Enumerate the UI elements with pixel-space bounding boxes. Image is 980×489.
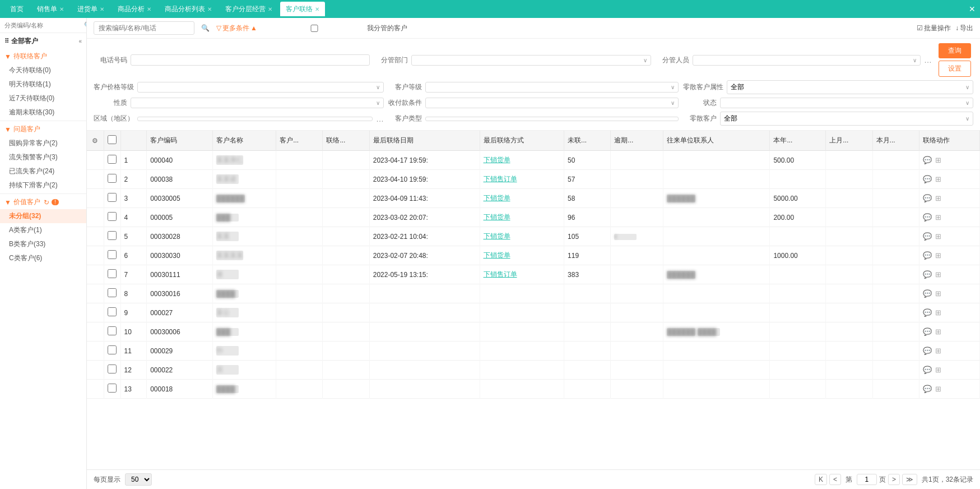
retail-attr-select[interactable]: 全部 ∨: [727, 80, 973, 94]
grid-action-icon[interactable]: ⊞: [935, 194, 941, 202]
row-last-contact-method[interactable]: [480, 361, 564, 380]
grid-action-icon[interactable]: ⊞: [935, 366, 941, 374]
row-checkbox[interactable]: [104, 303, 120, 322]
row-checkbox[interactable]: [104, 361, 120, 380]
row-checkbox[interactable]: [104, 380, 120, 399]
chat-icon[interactable]: 💬: [923, 156, 932, 164]
th-this-month[interactable]: 本月...: [872, 131, 919, 151]
person-more-button[interactable]: …: [924, 56, 932, 64]
chat-icon[interactable]: 💬: [923, 347, 932, 355]
row-select-checkbox[interactable]: [108, 269, 117, 278]
row-checkbox[interactable]: [104, 151, 120, 170]
chat-icon[interactable]: 💬: [923, 213, 932, 222]
department-select[interactable]: ∨: [411, 55, 651, 66]
customer-type-select[interactable]: [425, 117, 679, 121]
more-conditions-button[interactable]: ▽ 更多条件 ▲: [216, 24, 257, 33]
grid-action-icon[interactable]: ⊞: [935, 156, 941, 164]
grid-action-icon[interactable]: ⊞: [935, 289, 941, 298]
sidebar-item-churn-warning[interactable]: 流失预警客户(3): [0, 150, 86, 164]
row-last-contact-method[interactable]: [480, 342, 564, 361]
chat-icon[interactable]: 💬: [923, 289, 932, 298]
chat-icon[interactable]: 💬: [923, 194, 932, 202]
select-all-checkbox[interactable]: [108, 135, 117, 144]
th-this-year[interactable]: 本年...: [770, 131, 826, 151]
contact-method-link[interactable]: 下销货单: [484, 156, 510, 164]
row-last-contact-method[interactable]: [480, 284, 564, 303]
row-last-contact-method[interactable]: [480, 303, 564, 322]
sidebar-item-today-pending[interactable]: 今天待联络(0): [0, 63, 86, 77]
row-select-checkbox[interactable]: [108, 384, 117, 393]
th-last-month[interactable]: 上月...: [826, 131, 872, 151]
row-select-checkbox[interactable]: [108, 288, 117, 297]
row-select-checkbox[interactable]: [108, 155, 117, 164]
first-page-button[interactable]: K: [815, 474, 827, 485]
batch-operation-button[interactable]: ☑ 批量操作: [917, 24, 951, 33]
contact-method-link[interactable]: 下销售订单: [484, 270, 517, 278]
th-last-contact-method[interactable]: 最后联络方式: [480, 131, 564, 151]
th-last-contact-date[interactable]: 最后联络日期: [369, 131, 480, 151]
sidebar-item-declining[interactable]: 持续下滑客户(2): [0, 178, 86, 192]
grid-action-icon[interactable]: ⊞: [935, 232, 941, 241]
contact-method-link[interactable]: 下销售订单: [484, 175, 517, 183]
tab-purchase-order-close[interactable]: ✕: [100, 6, 104, 12]
problem-group[interactable]: ▼ 问题客户: [0, 122, 86, 136]
row-last-contact-method[interactable]: 下销货单: [480, 208, 564, 227]
tab-product-analysis-close[interactable]: ✕: [147, 6, 151, 12]
sidebar-search-input[interactable]: [4, 22, 82, 29]
price-level-select[interactable]: ∨: [137, 82, 384, 93]
next-page-button[interactable]: >: [888, 474, 900, 485]
grid-action-icon[interactable]: ⊞: [935, 327, 941, 336]
search-input[interactable]: [94, 21, 194, 35]
tab-home[interactable]: 首页: [4, 2, 29, 16]
contact-method-link[interactable]: 下销货单: [484, 232, 510, 240]
row-checkbox[interactable]: [104, 208, 120, 227]
person-select[interactable]: ∨: [693, 55, 921, 66]
row-last-contact-method[interactable]: 下销货单: [480, 151, 564, 170]
row-last-contact-method[interactable]: 下销货单: [480, 189, 564, 208]
row-last-contact-method[interactable]: [480, 322, 564, 342]
page-size-select[interactable]: 50: [125, 473, 152, 486]
sidebar-item-stockpile-abnormal[interactable]: 囤购异常客户(2): [0, 136, 86, 150]
retail-customer-select[interactable]: 全部 ∨: [720, 112, 973, 126]
grid-action-icon[interactable]: ⊞: [935, 213, 941, 222]
row-last-contact-method[interactable]: [480, 380, 564, 399]
collapse-icon[interactable]: «: [78, 38, 82, 44]
tab-product-analysis[interactable]: 商品分析 ✕: [112, 2, 157, 16]
row-select-checkbox[interactable]: [108, 174, 117, 183]
tab-customer-tier-close[interactable]: ✕: [268, 6, 272, 12]
region-more-button[interactable]: …: [376, 114, 384, 123]
grid-action-icon[interactable]: ⊞: [935, 270, 941, 279]
row-select-checkbox[interactable]: [108, 212, 117, 221]
customer-level-select[interactable]: ∨: [425, 82, 679, 93]
grid-action-icon[interactable]: ⊞: [935, 385, 941, 393]
row-checkbox[interactable]: [104, 246, 120, 265]
tab-customer-tier[interactable]: 客户分层经营 ✕: [220, 2, 278, 16]
th-overdue[interactable]: 逾期...: [611, 131, 663, 151]
region-select[interactable]: [137, 117, 373, 121]
my-customers-checkbox[interactable]: 我分管的客户: [264, 24, 407, 33]
row-last-contact-method[interactable]: 下销货单: [480, 227, 564, 246]
chat-icon[interactable]: 💬: [923, 270, 932, 279]
payment-select[interactable]: ∨: [425, 98, 679, 108]
th-code[interactable]: 客户编码: [147, 131, 213, 151]
pending-group[interactable]: ▼ 待联络客户: [0, 49, 86, 63]
tab-customer-contact[interactable]: 客户联络 ✕: [280, 2, 325, 16]
th-gear[interactable]: ⚙: [87, 131, 104, 151]
row-last-contact-method[interactable]: 下销售订单: [480, 265, 564, 284]
row-select-checkbox[interactable]: [108, 345, 117, 354]
grid-action-icon[interactable]: ⊞: [935, 251, 941, 260]
query-button[interactable]: 查询: [939, 43, 971, 58]
my-customers-check[interactable]: [264, 25, 365, 32]
sidebar-item-overdue-pending[interactable]: 逾期未联络(30): [0, 105, 86, 119]
chat-icon[interactable]: 💬: [923, 366, 932, 374]
row-select-checkbox[interactable]: [108, 326, 117, 335]
row-checkbox[interactable]: [104, 170, 120, 189]
row-select-checkbox[interactable]: [108, 307, 117, 316]
grid-action-icon[interactable]: ⊞: [935, 308, 941, 317]
chat-icon[interactable]: 💬: [923, 327, 932, 336]
contact-method-link[interactable]: 下销货单: [484, 213, 510, 221]
grid-action-icon[interactable]: ⊞: [935, 175, 941, 183]
row-select-checkbox[interactable]: [108, 250, 117, 259]
all-customers-section[interactable]: ⠿ 全部客户 «: [0, 33, 86, 49]
page-number-input[interactable]: [857, 474, 877, 485]
